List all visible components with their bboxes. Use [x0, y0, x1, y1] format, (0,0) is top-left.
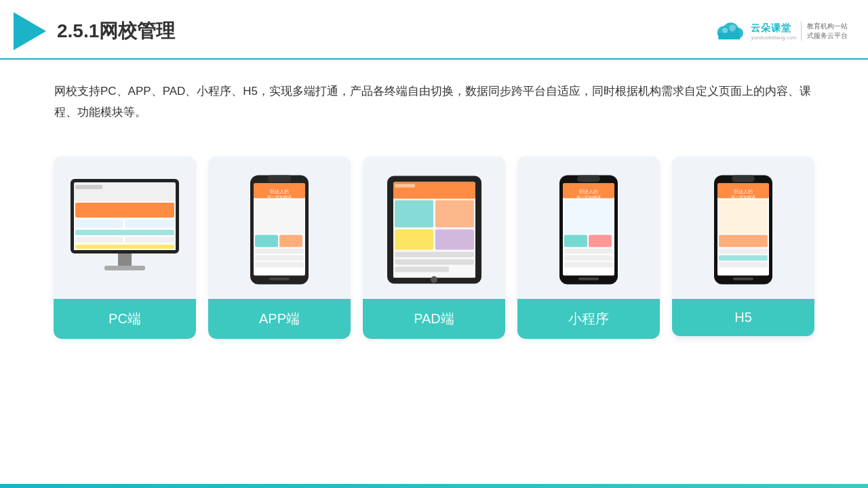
card-app: 职达人的 第一堂知难课 APP端 [208, 157, 351, 339]
svg-rect-26 [255, 200, 304, 234]
logo-slogan-line1: 教育机构一站 [807, 22, 848, 31]
svg-rect-61 [732, 176, 755, 182]
svg-rect-30 [255, 256, 304, 261]
svg-rect-55 [564, 249, 613, 254]
svg-text:职达人的: 职达人的 [270, 189, 289, 195]
description-text: 网校支持PC、APP、PAD、小程序、H5，实现多端打通，产品各终端自由切换，数… [0, 60, 868, 136]
svg-rect-54 [589, 235, 612, 247]
svg-rect-69 [719, 262, 768, 268]
card-pad: PAD端 [363, 157, 505, 339]
svg-text:第一堂知难课: 第一堂知难课 [267, 195, 292, 199]
svg-rect-66 [719, 235, 768, 247]
svg-rect-16 [125, 237, 174, 243]
svg-rect-19 [104, 266, 145, 270]
description-paragraph: 网校支持PC、APP、PAD、小程序、H5，实现多端打通，产品各终端自由切换，数… [54, 81, 814, 123]
tablet-icon [385, 172, 484, 287]
svg-rect-27 [255, 235, 278, 247]
logo-main: 云朵课堂 [751, 22, 791, 35]
svg-rect-32 [269, 278, 290, 281]
card-app-image: 职达人的 第一堂知难课 [208, 157, 351, 299]
logo-slogan-line2: 式服务云平台 [807, 31, 848, 41]
card-app-label: APP端 [208, 299, 351, 339]
card-pc-image [54, 157, 196, 299]
svg-rect-57 [564, 262, 613, 268]
page-title: 2.5.1网校管理 [57, 18, 175, 44]
card-miniapp-image: 职达人的 第一堂知难课 [517, 157, 660, 299]
svg-rect-48 [577, 176, 600, 182]
logo-text: 云朵课堂 yunduoketang.com [751, 22, 797, 41]
cards-container: PC端 职达人的 第一堂知难课 [0, 143, 868, 359]
card-pc: PC端 [54, 157, 196, 339]
svg-rect-65 [719, 200, 768, 234]
page-header: 2.5.1网校管理 云朵课堂 yunduoketang.com 教育机构一站 式… [0, 0, 868, 60]
svg-rect-40 [395, 230, 433, 250]
svg-rect-29 [255, 249, 304, 254]
svg-rect-28 [279, 235, 302, 247]
card-h5-image: 职达人的 第一堂知难课 [672, 157, 814, 299]
svg-rect-58 [578, 278, 599, 281]
svg-rect-31 [255, 262, 304, 268]
cloud-logo: 云朵课堂 yunduoketang.com 教育机构一站 式服务云平台 [713, 20, 848, 43]
logo-slogan: 教育机构一站 式服务云平台 [801, 22, 848, 41]
cloud-icon [713, 20, 747, 43]
svg-text:第一堂知难课: 第一堂知难课 [576, 195, 601, 199]
monitor-icon [67, 172, 182, 287]
svg-rect-18 [118, 253, 132, 266]
svg-rect-3 [719, 33, 741, 39]
svg-rect-13 [125, 220, 174, 228]
svg-rect-56 [564, 256, 613, 261]
svg-rect-36 [395, 184, 415, 188]
svg-point-4 [723, 27, 728, 33]
svg-rect-68 [719, 256, 768, 261]
header-left: 2.5.1网校管理 [14, 12, 175, 50]
phone-app-icon: 职达人的 第一堂知难课 [249, 172, 310, 287]
svg-rect-9 [75, 185, 102, 189]
phone-miniapp-icon: 职达人的 第一堂知难课 [558, 172, 619, 287]
card-h5: 职达人的 第一堂知难课 H5 [672, 157, 814, 339]
svg-rect-17 [75, 245, 174, 249]
brand-triangle-icon [14, 12, 46, 50]
card-miniapp: 职达人的 第一堂知难课 小程序 [517, 157, 660, 339]
svg-rect-38 [395, 201, 433, 228]
svg-point-5 [730, 24, 736, 31]
svg-rect-22 [268, 176, 291, 182]
card-pad-label: PAD端 [363, 299, 505, 339]
svg-text:第一堂知难课: 第一堂知难课 [731, 195, 755, 199]
svg-rect-52 [564, 200, 613, 234]
card-pc-label: PC端 [54, 299, 196, 339]
svg-rect-39 [435, 201, 474, 228]
card-h5-label: H5 [672, 299, 814, 336]
svg-rect-15 [75, 237, 123, 243]
svg-rect-42 [395, 252, 474, 258]
svg-rect-70 [733, 278, 753, 281]
svg-rect-11 [75, 203, 174, 218]
logo-url: yunduoketang.com [751, 35, 797, 41]
card-miniapp-label: 小程序 [517, 299, 660, 339]
svg-point-45 [431, 277, 437, 283]
svg-text:职达人的: 职达人的 [579, 189, 598, 195]
phone-h5-icon: 职达人的 第一堂知难课 [713, 172, 774, 287]
svg-rect-12 [75, 220, 123, 228]
svg-rect-44 [395, 267, 449, 272]
svg-rect-67 [719, 249, 768, 254]
svg-rect-14 [75, 230, 174, 235]
card-pad-image [363, 157, 505, 299]
bottom-bar [0, 484, 868, 488]
svg-text:职达人的: 职达人的 [734, 189, 753, 195]
header-right: 云朵课堂 yunduoketang.com 教育机构一站 式服务云平台 [713, 20, 848, 43]
svg-rect-43 [395, 260, 474, 265]
svg-rect-41 [435, 230, 474, 250]
svg-rect-53 [564, 235, 587, 247]
